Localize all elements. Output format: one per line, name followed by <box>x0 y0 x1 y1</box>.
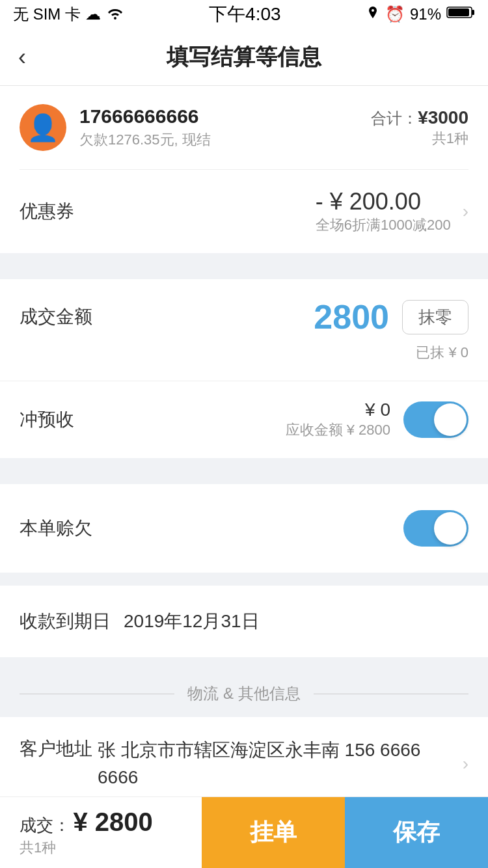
deal-amount: ¥ 2800 <box>73 807 152 836</box>
prereceive-main: ¥ 0 <box>286 400 390 420</box>
coupon-chevron-icon: › <box>463 201 468 222</box>
status-left: 无 SIM 卡 ☁ <box>13 4 124 25</box>
coupon-desc: 全场6折满1000减200 <box>316 215 451 235</box>
debit-label: 本单赊欠 <box>20 516 92 541</box>
debit-toggle-knob <box>434 512 467 545</box>
logistics-line-left <box>20 694 174 694</box>
battery-icon <box>446 5 475 23</box>
duedate-row: 收款到期日 2019年12月31日 <box>20 609 468 634</box>
page-title: 填写结算等信息 <box>167 42 321 72</box>
customer-card: 👤 17666666666 欠款1276.35元, 现结 合计：¥3000 共1… <box>0 86 488 253</box>
prereceive-toggle[interactable] <box>403 401 468 438</box>
amount-right: 2800 抹零 <box>314 297 468 336</box>
debit-row: 本单赊欠 <box>0 484 488 573</box>
coupon-discount: - ¥ 200.00 <box>316 188 451 215</box>
logistics-text: 物流 & 其他信息 <box>187 683 300 704</box>
avatar: 👤 <box>20 104 66 151</box>
duedate-label: 收款到期日 <box>20 609 111 634</box>
debit-toggle[interactable] <box>403 510 468 547</box>
total-label: 合计： <box>371 109 418 127</box>
duedate-value: 2019年12月31日 <box>124 609 260 634</box>
battery-text: 91% <box>410 5 441 23</box>
amount-value: 2800 <box>314 297 389 336</box>
hang-button[interactable]: 挂单 <box>202 797 345 869</box>
svg-rect-1 <box>472 10 474 15</box>
nav-bar: ‹ 填写结算等信息 <box>0 29 488 86</box>
logistics-line-right <box>314 694 468 694</box>
status-right: ⏰ 91% <box>366 5 475 23</box>
amount-sub: 已抹 ¥ 0 <box>20 343 468 362</box>
prereceive-row: 冲预收 ¥ 0 应收金额 ¥ 2800 <box>20 400 468 440</box>
customer-total: 合计：¥3000 共1种 <box>371 107 468 148</box>
deal-count: 共1种 <box>20 838 182 858</box>
save-button[interactable]: 保存 <box>345 797 488 869</box>
address-label: 客户地址 <box>20 737 98 761</box>
deal-label: 成交： <box>20 815 70 835</box>
debit-section: 本单赊欠 <box>0 484 488 573</box>
amount-card: 成交金额 2800 抹零 已抹 ¥ 0 冲预收 ¥ 0 应收金额 ¥ 2800 <box>0 279 488 458</box>
bottom-summary: 成交： ¥ 2800 共1种 <box>0 807 202 858</box>
duedate-section: 收款到期日 2019年12月31日 <box>0 586 488 657</box>
customer-phone: 17666666666 <box>79 105 211 128</box>
prereceive-label: 冲预收 <box>20 407 74 432</box>
amount-section: 成交金额 2800 抹零 已抹 ¥ 0 <box>0 279 488 381</box>
prereceive-section: 冲预收 ¥ 0 应收金额 ¥ 2800 <box>0 381 488 458</box>
coupon-label: 优惠券 <box>20 199 74 224</box>
address-value: 张 北京市市辖区海淀区永丰南 156 6666 6666 <box>98 737 456 791</box>
toggle-knob <box>434 403 467 436</box>
customer-row: 👤 17666666666 欠款1276.35元, 现结 合计：¥3000 共1… <box>0 86 488 169</box>
no-sim-text: 无 SIM 卡 ☁ <box>13 4 101 25</box>
amount-label: 成交金额 <box>20 305 92 329</box>
status-time: 下午4:03 <box>209 2 281 27</box>
logistics-header: 物流 & 其他信息 <box>0 670 488 717</box>
prereceive-sub: 应收金额 ¥ 2800 <box>286 420 390 440</box>
prereceive-right: ¥ 0 应收金额 ¥ 2800 <box>286 400 468 440</box>
total-count: 共1种 <box>371 129 468 148</box>
total-amount: ¥3000 <box>418 107 468 128</box>
coupon-right: - ¥ 200.00 全场6折满1000减200 › <box>316 188 468 235</box>
grey-separator-2 <box>0 471 488 484</box>
total-label-amount: 合计：¥3000 <box>371 107 468 129</box>
address-chevron-icon: › <box>463 753 468 774</box>
grey-separator <box>0 266 488 279</box>
bottom-bar: 成交： ¥ 2800 共1种 挂单 保存 <box>0 796 488 868</box>
coupon-row[interactable]: 优惠券 - ¥ 200.00 全场6折满1000减200 › <box>0 170 488 253</box>
customer-debt: 欠款1276.35元, 现结 <box>79 130 211 150</box>
location-icon <box>366 5 380 23</box>
back-button[interactable]: ‹ <box>18 44 26 71</box>
amount-row: 成交金额 2800 抹零 <box>20 297 468 336</box>
alarm-icon: ⏰ <box>385 5 405 23</box>
status-bar: 无 SIM 卡 ☁ 下午4:03 ⏰ 91% <box>0 0 488 29</box>
wifi-icon <box>106 5 124 23</box>
prereceive-amount: ¥ 0 应收金额 ¥ 2800 <box>286 400 390 440</box>
round-button[interactable]: 抹零 <box>402 300 468 334</box>
customer-info: 17666666666 欠款1276.35元, 现结 <box>79 105 211 150</box>
svg-rect-2 <box>448 8 469 16</box>
avatar-icon: 👤 <box>27 113 59 143</box>
customer-left: 👤 17666666666 欠款1276.35元, 现结 <box>20 104 211 151</box>
